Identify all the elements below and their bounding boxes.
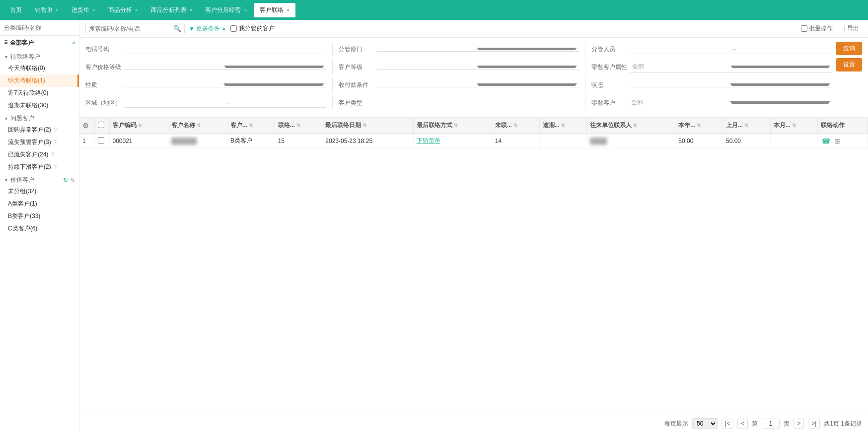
- sidebar-item-week-pending[interactable]: 近7天待联络(0): [0, 87, 79, 99]
- bulk-operations-btn[interactable]: 批量操作: [798, 23, 836, 34]
- filter-customer-level-select[interactable]: [376, 65, 579, 70]
- sidebar-collapse-icon[interactable]: «: [72, 40, 75, 46]
- nav-customer-segment[interactable]: 客户分层经营 ×: [199, 3, 253, 17]
- nav-product-analysis-list-close[interactable]: ×: [190, 7, 193, 13]
- filter-retail-customer-select[interactable]: 全部: [629, 97, 832, 108]
- filter-region-label: 区域（地区）: [85, 99, 121, 107]
- sort-date-icon[interactable]: ⇅: [362, 123, 366, 128]
- sidebar-repurchase-label: 回购异常客户(2): [8, 126, 51, 133]
- sidebar-class-a-label: A类客户(1): [8, 200, 37, 207]
- search-input[interactable]: [89, 25, 171, 32]
- sidebar-item-churn-warning[interactable]: 流失预警客户(3) ?: [0, 136, 79, 148]
- sort-contact-icon[interactable]: ⇅: [296, 123, 300, 128]
- row-company-contact: ████: [587, 134, 675, 148]
- sort-no-contact-icon[interactable]: ⇅: [513, 123, 517, 128]
- sidebar-item-churned[interactable]: 已流失客户(24) ?: [0, 148, 79, 161]
- sidebar-item-ungrouped[interactable]: 未分组(32): [0, 185, 79, 198]
- first-page-btn[interactable]: |<: [722, 419, 733, 429]
- export-btn[interactable]: ↑ 导出: [840, 23, 862, 34]
- bulk-checkbox[interactable]: [801, 25, 807, 32]
- filter-panel: 电话号码 分管部门 分管人员: [79, 38, 868, 118]
- filter-customer-type-field: 客户类型: [339, 99, 579, 107]
- sort-company-contact-icon[interactable]: ⇅: [633, 123, 637, 128]
- sort-code-icon[interactable]: ⇅: [138, 123, 142, 128]
- search-icon[interactable]: 🔍: [173, 25, 181, 32]
- more-conditions-btn[interactable]: ▼ 更多条件 ▲: [189, 24, 226, 33]
- sort-this-month-icon[interactable]: ⇅: [792, 123, 796, 128]
- value-edit-icon[interactable]: ✎: [70, 177, 75, 184]
- row-select-checkbox[interactable]: [98, 137, 104, 144]
- nav-home[interactable]: 首页: [4, 3, 28, 17]
- sidebar-all-customers-header[interactable]: ⠿ 全部客户 «: [0, 36, 79, 50]
- value-refresh-icon[interactable]: ↻: [63, 177, 68, 184]
- filter-dept-select[interactable]: [376, 47, 579, 52]
- filter-gender-field: 性质: [85, 81, 326, 89]
- filter-phone-input[interactable]: [123, 45, 326, 54]
- filter-gender-select[interactable]: [123, 82, 326, 87]
- my-customers-checkbox[interactable]: [230, 25, 237, 32]
- set-button[interactable]: 设置: [836, 58, 862, 72]
- sort-overdue-icon[interactable]: ⇅: [561, 123, 565, 128]
- export-icon: ↑: [843, 25, 846, 32]
- contact-method-link[interactable]: 下销货单: [417, 137, 440, 144]
- sort-this-year-icon[interactable]: ⇅: [697, 123, 701, 128]
- filter-retail-attr-select[interactable]: 全部: [630, 62, 832, 72]
- col-action: 联络动作: [818, 118, 868, 134]
- nav-product-analysis[interactable]: 商品分析 ×: [102, 3, 144, 17]
- sort-method-icon[interactable]: ⇅: [454, 123, 458, 128]
- sidebar-item-today-pending[interactable]: 今天待联络(0): [0, 62, 79, 74]
- nav-customer-contact-label: 客户联络: [260, 6, 284, 14]
- sidebar-problem-section: ▼ 问题客户: [0, 112, 79, 124]
- filter-payment-select[interactable]: [376, 82, 579, 87]
- filter-retail-attr-label: 零散客户属性: [591, 63, 627, 72]
- filter-region-select[interactable]: ···: [124, 98, 326, 108]
- top-nav: 首页 销售单 × 进货单 × 商品分析 × 商品分析列表 × 客户分层经营 × …: [0, 0, 868, 20]
- sort-last-month-icon[interactable]: ⇅: [744, 123, 748, 128]
- nav-product-analysis-list[interactable]: 商品分析列表 ×: [145, 3, 199, 17]
- page-size-label: 每页显示: [664, 420, 688, 428]
- filter-price-level-select[interactable]: [124, 65, 326, 70]
- sidebar-search-input[interactable]: [4, 24, 78, 31]
- next-page-btn[interactable]: >: [794, 419, 804, 429]
- nav-sales-close[interactable]: ×: [56, 7, 59, 13]
- filter-retail-customer-label: 零散客户: [591, 99, 626, 107]
- filter-status-select[interactable]: [629, 82, 832, 87]
- search-input-wrap: 🔍: [85, 23, 185, 34]
- nav-sales[interactable]: 销售单 ×: [29, 3, 65, 17]
- sidebar-item-tomorrow-pending[interactable]: 明天待联络(1): [0, 74, 79, 87]
- filter-manager-select[interactable]: ···: [629, 45, 832, 54]
- sidebar-item-class-b[interactable]: B类客户(33): [0, 210, 79, 222]
- sidebar-value-label: 价值客户: [10, 176, 34, 184]
- sidebar-tomorrow-pending-label: 明天待联络(1): [8, 77, 45, 84]
- sidebar-item-class-a[interactable]: A类客户(1): [0, 198, 79, 210]
- sort-type-icon[interactable]: ⇅: [249, 123, 253, 128]
- sidebar-item-class-c[interactable]: C类客户(6): [0, 222, 79, 235]
- select-all-checkbox[interactable]: [98, 122, 104, 128]
- page-input[interactable]: [762, 419, 780, 429]
- action-grid-icon[interactable]: ⊞: [834, 137, 840, 145]
- query-button[interactable]: 查询: [836, 42, 862, 55]
- page-size-select[interactable]: 50 100 200: [692, 418, 718, 429]
- last-page-btn[interactable]: >|: [808, 419, 820, 429]
- sidebar-item-declining[interactable]: 持续下滑客户(2) ?: [0, 161, 79, 173]
- filter-customer-type-select[interactable]: [376, 102, 579, 104]
- col-company-contact: 往来单位联系人 ⇅: [587, 118, 675, 134]
- nav-customer-contact[interactable]: 客户联络 ×: [254, 3, 295, 17]
- prev-page-btn[interactable]: <: [737, 419, 748, 429]
- sidebar-item-repurchase-abnormal[interactable]: 回购异常客户(2) ?: [0, 124, 79, 136]
- nav-customer-segment-close[interactable]: ×: [244, 7, 247, 13]
- manager-dots-icon[interactable]: ···: [732, 46, 830, 53]
- sort-name-icon[interactable]: ⇅: [197, 123, 201, 128]
- action-phone-icon[interactable]: ☎: [822, 137, 830, 145]
- nav-customer-contact-close[interactable]: ×: [287, 7, 289, 13]
- sidebar-value-section: ▼ 价值客户 ↻ ✎: [0, 173, 79, 185]
- nav-product-analysis-close[interactable]: ×: [135, 7, 138, 13]
- nav-purchase-close[interactable]: ×: [92, 7, 95, 13]
- table-container: ⚙ 客户编码 ⇅ 客户名称: [79, 118, 868, 415]
- table-gear-icon[interactable]: ⚙: [82, 122, 89, 130]
- col-customer-type: 客户... ⇅: [227, 118, 275, 134]
- sidebar-item-overdue-pending[interactable]: 逾期未联络(30): [0, 99, 79, 112]
- filter-customer-level-label: 客户等级: [339, 63, 373, 72]
- region-dots-icon[interactable]: ···: [226, 99, 324, 106]
- nav-purchase[interactable]: 进货单 ×: [66, 3, 101, 17]
